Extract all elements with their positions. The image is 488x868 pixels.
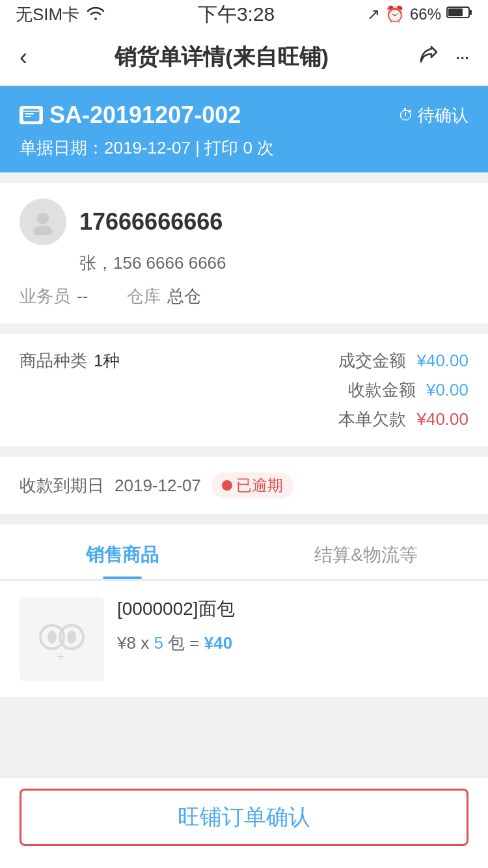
product-type-value: 1种 [94, 349, 120, 372]
product-type-item: 商品种类 1种 [20, 349, 120, 372]
svg-rect-1 [469, 10, 472, 15]
product-image: + [20, 597, 104, 681]
clock-icon: ⏱ [398, 106, 414, 124]
product-title: 面包 [198, 599, 235, 619]
summary-left: 商品种类 1种 [20, 349, 120, 372]
due-section: 收款到期日 2019-12-07 已逾期 [0, 457, 488, 514]
more-button[interactable]: ··· [455, 45, 468, 69]
unit-price: ¥8 [117, 633, 136, 653]
status-bar: 无SIM卡 下午3:28 ↗ ⏰ 66% [0, 0, 488, 29]
product-code: [0000002] [117, 599, 198, 619]
customer-avatar [20, 198, 66, 245]
time-display: 下午3:28 [198, 1, 275, 28]
arrears-value: ¥40.00 [416, 409, 468, 429]
tabs-section: 销售商品 结算&物流等 [0, 524, 488, 580]
nav-right-buttons: ··· [416, 43, 468, 72]
back-button[interactable]: ‹ [20, 44, 27, 71]
status-bar-left: 无SIM卡 [16, 3, 105, 26]
salesperson-info: 业务员 -- [20, 285, 88, 308]
arrears-row: 本单欠款 ¥40.00 [338, 408, 468, 431]
overdue-badge: 已逾期 [211, 472, 293, 498]
transaction-row: 成交金额 ¥40.00 [338, 349, 468, 372]
warehouse-label: 仓库 [127, 285, 161, 308]
equals-sign: = [189, 633, 204, 653]
arrears-label: 本单欠款 [338, 408, 406, 431]
location-icon: ↗ [367, 5, 380, 23]
multiply-sign: x [141, 633, 154, 653]
order-icon [20, 106, 43, 124]
warehouse-value: 总仓 [167, 285, 201, 308]
summary-section: 商品种类 1种 成交金额 ¥40.00 收款金额 ¥0.00 本单欠款 ¥40.… [0, 334, 488, 446]
due-date-label: 收款到期日 [20, 474, 104, 497]
svg-text:+: + [57, 650, 64, 662]
svg-point-10 [47, 631, 57, 644]
customer-name: 张，156 6666 6666 [79, 252, 468, 275]
tab-sales-products[interactable]: 销售商品 [0, 524, 244, 579]
salesperson-value: -- [77, 286, 88, 306]
product-name: [0000002]面包 [117, 597, 468, 621]
overdue-dot-icon [222, 480, 232, 491]
order-date: 单据日期：2019-12-07 | 打印 0 次 [20, 137, 468, 159]
nav-bar: ‹ 销货单详情(来自旺铺) ··· [0, 29, 488, 86]
product-price: ¥8 x 5 包 = ¥40 [117, 632, 468, 655]
svg-point-6 [37, 212, 49, 224]
transaction-value: ¥40.00 [416, 351, 468, 371]
battery-icon [446, 5, 472, 23]
confirm-order-button[interactable]: 旺铺订单确认 [20, 789, 468, 846]
product-info: [0000002]面包 ¥8 x 5 包 = ¥40 [117, 597, 468, 655]
product-unit: 包 [168, 633, 185, 653]
tabs: 销售商品 结算&物流等 [0, 524, 488, 579]
due-date-value: 2019-12-07 [115, 476, 201, 496]
received-row: 收款金额 ¥0.00 [348, 379, 468, 401]
product-qty: 5 [154, 633, 163, 653]
page-title: 销货单详情(来自旺铺) [115, 42, 329, 72]
battery-text: 66% [410, 5, 441, 23]
status-text: 待确认 [418, 104, 468, 127]
salesperson-label: 业务员 [20, 285, 70, 308]
svg-rect-4 [25, 113, 34, 115]
product-total: ¥40 [204, 633, 232, 653]
warehouse-info: 仓库 总仓 [127, 285, 201, 308]
received-value: ¥0.00 [426, 380, 468, 400]
customer-meta: 业务员 -- 仓库 总仓 [20, 285, 468, 308]
product-section: + [0000002]面包 ¥8 x 5 包 = ¥40 [0, 581, 488, 697]
received-label: 收款金额 [348, 379, 416, 401]
alarm-icon: ⏰ [385, 5, 405, 23]
svg-point-11 [67, 631, 76, 644]
customer-phone: 17666666666 [79, 208, 223, 236]
transaction-label: 成交金额 [338, 349, 406, 372]
product-type-label: 商品种类 [20, 349, 87, 372]
wifi-icon [86, 5, 105, 25]
share-button[interactable] [416, 43, 439, 72]
order-id: SA-20191207-002 [20, 102, 241, 129]
customer-header: 17666666666 [20, 198, 468, 245]
tab-settlement[interactable]: 结算&物流等 [244, 524, 488, 579]
svg-rect-2 [448, 8, 463, 16]
status-bar-right: ↗ ⏰ 66% [367, 5, 472, 23]
overdue-text: 已逾期 [236, 475, 283, 496]
order-header-card: SA-20191207-002 ⏱ 待确认 单据日期：2019-12-07 | … [0, 86, 488, 172]
svg-point-7 [33, 225, 52, 235]
customer-section: 17666666666 张，156 6666 6666 业务员 -- 仓库 总仓 [0, 183, 488, 323]
svg-rect-5 [25, 116, 31, 117]
order-status: ⏱ 待确认 [398, 104, 468, 127]
summary-right: 成交金额 ¥40.00 收款金额 ¥0.00 本单欠款 ¥40.00 [338, 349, 468, 431]
bottom-bar: 旺铺订单确认 [0, 778, 488, 868]
carrier-text: 无SIM卡 [16, 3, 79, 26]
